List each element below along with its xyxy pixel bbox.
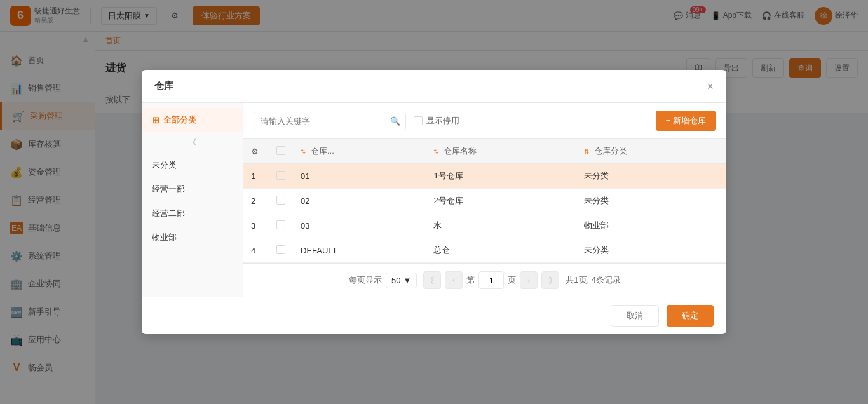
th-name-content: ⇅ 仓库名称 bbox=[433, 145, 568, 157]
show-disabled-text: 显示停用 bbox=[426, 115, 459, 126]
table-row[interactable]: 4 DEFAULT 总仓 未分类 bbox=[243, 238, 726, 263]
modal-sidebar-item-all[interactable]: ⊞ 全部分类 bbox=[142, 108, 243, 132]
prev-page-button[interactable]: ‹ bbox=[445, 271, 463, 289]
modal-toolbar: 🔍 显示停用 + 新增仓库 bbox=[243, 103, 726, 139]
search-input[interactable] bbox=[254, 112, 385, 130]
row-1-checkbox[interactable] bbox=[269, 164, 293, 189]
modal-sidebar-label-unclassified: 未分类 bbox=[152, 159, 177, 171]
gear-icon: ⚙ bbox=[251, 147, 259, 156]
table-row[interactable]: 1 01 1号仓库 未分类 bbox=[243, 164, 726, 189]
page-unit: 页 bbox=[508, 274, 516, 286]
pagination: 每页显示 50 ▼ ⟪ ‹ 第 页 › ⟫ bbox=[243, 263, 726, 297]
page-size-dropdown[interactable]: 50 ▼ bbox=[386, 273, 417, 288]
th-code-label: 仓库... bbox=[311, 145, 334, 157]
table-body: 1 01 1号仓库 未分类 2 02 2号仓库 bbox=[243, 164, 726, 263]
row-3-category: 物业部 bbox=[576, 213, 726, 238]
select-all-checkbox[interactable] bbox=[276, 146, 285, 155]
page-number-label: 第 bbox=[466, 274, 475, 286]
page-size-chevron: ▼ bbox=[403, 276, 411, 285]
first-page-button[interactable]: ⟪ bbox=[423, 271, 441, 289]
row-3-code: 03 bbox=[293, 213, 426, 238]
row-1-name: 1号仓库 bbox=[426, 164, 576, 189]
modal-sidebar-label-all: 全部分类 bbox=[163, 114, 196, 126]
row-2-code: 02 bbox=[293, 189, 426, 213]
modal-sidebar-label-ops1: 经营一部 bbox=[152, 184, 185, 195]
page-number-input[interactable] bbox=[478, 271, 504, 289]
row-4-code: DEFAULT bbox=[293, 238, 426, 263]
row-4-name: 总仓 bbox=[426, 238, 576, 263]
search-icon[interactable]: 🔍 bbox=[385, 116, 405, 126]
next-page-button[interactable]: › bbox=[520, 271, 538, 289]
modal-sidebar-label-ops2: 经营二部 bbox=[152, 208, 185, 219]
search-box: 🔍 bbox=[254, 112, 406, 130]
modal-body: ⊞ 全部分类 《 未分类 经营一部 经营二部 物业部 bbox=[142, 103, 726, 297]
modal-sidebar-item-property[interactable]: 物业部 bbox=[142, 226, 243, 250]
modal-close-button[interactable]: × bbox=[707, 81, 714, 92]
modal-sidebar-item-ops2[interactable]: 经营二部 bbox=[142, 201, 243, 226]
sort-icon-code: ⇅ bbox=[301, 148, 306, 155]
grid-icon: ⊞ bbox=[152, 115, 159, 125]
row-2-checkbox[interactable] bbox=[269, 189, 293, 213]
modal-main: 🔍 显示停用 + 新增仓库 ⚙ bbox=[243, 103, 726, 297]
modal-overlay: 仓库 × ⊞ 全部分类 《 未分类 经营一部 经营二部 bbox=[0, 0, 868, 404]
row-1-code: 01 bbox=[293, 164, 426, 189]
table-header-row: ⚙ ⇅ 仓库... bbox=[243, 139, 726, 164]
th-name: ⇅ 仓库名称 bbox=[426, 139, 576, 164]
warehouse-modal: 仓库 × ⊞ 全部分类 《 未分类 经营一部 经营二部 bbox=[142, 70, 726, 334]
show-disabled-checkbox[interactable] bbox=[414, 116, 423, 125]
th-category-content: ⇅ 仓库分类 bbox=[584, 145, 719, 157]
row-2-category: 未分类 bbox=[576, 189, 726, 213]
row-2-gear: 2 bbox=[243, 189, 269, 213]
page-size-label: 每页显示 bbox=[349, 274, 382, 286]
th-category-label: 仓库分类 bbox=[594, 145, 627, 157]
show-disabled-label[interactable]: 显示停用 bbox=[414, 115, 459, 126]
modal-sidebar: ⊞ 全部分类 《 未分类 经营一部 经营二部 物业部 bbox=[142, 103, 243, 297]
page-size-select: 每页显示 50 ▼ bbox=[349, 273, 417, 288]
th-checkbox bbox=[269, 139, 293, 164]
th-code: ⇅ 仓库... bbox=[293, 139, 426, 164]
page-nav: ⟪ ‹ 第 页 › ⟫ bbox=[423, 271, 559, 289]
row-2-name: 2号仓库 bbox=[426, 189, 576, 213]
modal-sidebar-item-ops1[interactable]: 经营一部 bbox=[142, 177, 243, 201]
modal-sidebar-label-property: 物业部 bbox=[152, 232, 177, 243]
th-gear: ⚙ bbox=[243, 139, 269, 164]
table-row[interactable]: 2 02 2号仓库 未分类 bbox=[243, 189, 726, 213]
modal-header: 仓库 × bbox=[142, 70, 726, 103]
row-4-category: 未分类 bbox=[576, 238, 726, 263]
row-3-name: 水 bbox=[426, 213, 576, 238]
modal-table-wrapper: ⚙ ⇅ 仓库... bbox=[243, 139, 726, 263]
sort-icon-name: ⇅ bbox=[433, 148, 438, 155]
row-4-checkbox[interactable] bbox=[269, 238, 293, 263]
last-page-button[interactable]: ⟫ bbox=[541, 271, 559, 289]
table-row[interactable]: 3 03 水 物业部 bbox=[243, 213, 726, 238]
modal-actions: 取消 确定 bbox=[142, 297, 726, 334]
row-1-category: 未分类 bbox=[576, 164, 726, 189]
row-1-gear: 1 bbox=[243, 164, 269, 189]
total-info: 共1页, 4条记录 bbox=[566, 274, 621, 286]
table-header: ⚙ ⇅ 仓库... bbox=[243, 139, 726, 164]
th-category: ⇅ 仓库分类 bbox=[576, 139, 726, 164]
modal-sidebar-collapse-btn[interactable]: 《 bbox=[142, 132, 243, 153]
th-name-label: 仓库名称 bbox=[444, 145, 477, 157]
add-warehouse-button[interactable]: + 新增仓库 bbox=[656, 111, 716, 131]
th-code-content: ⇅ 仓库... bbox=[301, 145, 418, 157]
row-3-gear: 3 bbox=[243, 213, 269, 238]
row-3-checkbox[interactable] bbox=[269, 213, 293, 238]
sort-icon-category: ⇅ bbox=[584, 148, 589, 155]
page-size-value: 50 bbox=[391, 276, 400, 285]
row-4-gear: 4 bbox=[243, 238, 269, 263]
confirm-button[interactable]: 确定 bbox=[667, 305, 714, 327]
modal-title: 仓库 bbox=[154, 80, 173, 92]
cancel-button[interactable]: 取消 bbox=[611, 305, 659, 327]
modal-sidebar-item-unclassified[interactable]: 未分类 bbox=[142, 153, 243, 177]
warehouse-table: ⚙ ⇅ 仓库... bbox=[243, 139, 726, 263]
